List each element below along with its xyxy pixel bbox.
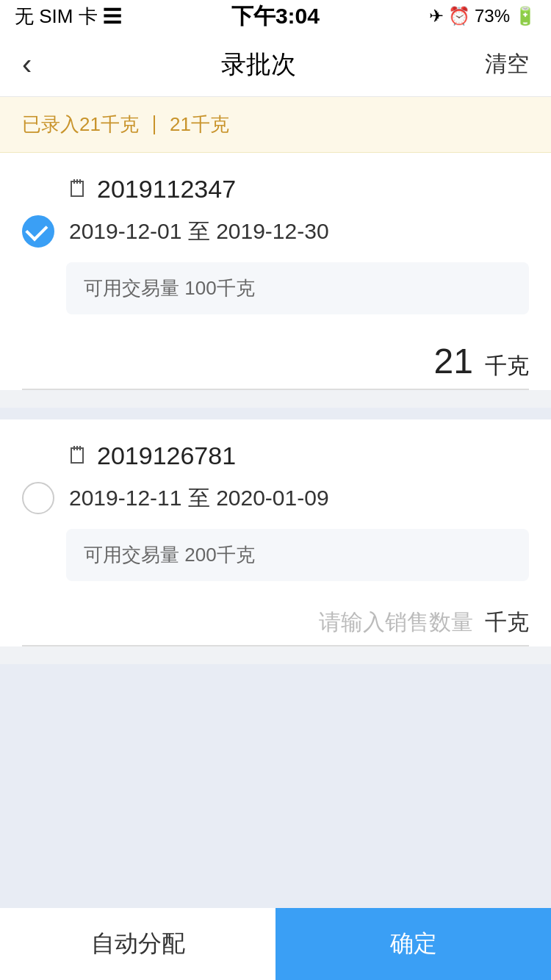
batch-2-card: 🗒 2019126781 2019-12-11 至 2020-01-09 可用交…	[0, 419, 551, 646]
batch-1-underline	[22, 389, 529, 390]
batch-2-radio[interactable]	[22, 482, 54, 514]
back-button[interactable]: ‹	[22, 48, 32, 81]
status-left: 无 SIM 卡 ☰	[15, 4, 122, 29]
batch-1-availability: 可用交易量 100千克	[66, 262, 529, 314]
battery-icon: 🔋	[514, 6, 536, 26]
location-icon: ✈	[429, 6, 444, 26]
recorded-label: 已录入21千克	[22, 112, 139, 137]
recorded-value: 21千克	[170, 112, 229, 137]
batch-2-date: 2019-12-11 至 2020-01-09	[69, 483, 329, 514]
clear-button[interactable]: 清空	[485, 49, 529, 79]
alarm-icon: ⏰	[448, 6, 470, 26]
status-time: 下午3:04	[231, 1, 320, 32]
batch-1-unit: 千克	[485, 351, 529, 381]
page-title: 录批次	[221, 48, 296, 82]
batch-2-icon: 🗒	[66, 442, 90, 469]
batch-1-number: 2019112347	[97, 175, 236, 203]
status-bar: 无 SIM 卡 ☰ 下午3:04 ✈ ⏰ 73% 🔋	[0, 0, 551, 32]
confirm-button[interactable]: 确定	[276, 908, 551, 980]
batch-1-icon: 🗒	[66, 176, 90, 203]
info-banner: 已录入21千克 21千克	[0, 97, 551, 153]
batch-1-radio[interactable]	[22, 215, 54, 248]
batch-1-date-row[interactable]: 2019-12-01 至 2019-12-30	[22, 215, 529, 248]
bottom-bar: 自动分配 确定	[0, 908, 551, 980]
batch-2-underline	[22, 645, 529, 646]
batch-1-card: 🗒 2019112347 2019-12-01 至 2019-12-30 可用交…	[0, 153, 551, 390]
batch-1-item: 🗒 2019112347 2019-12-01 至 2019-12-30 可用交…	[0, 153, 551, 314]
batch-2-unit: 千克	[485, 608, 529, 638]
batch-2-item: 🗒 2019126781 2019-12-11 至 2020-01-09 可用交…	[0, 419, 551, 581]
battery-label: 73%	[475, 6, 510, 26]
batch-2-input-row[interactable]: 请输入销售数量 千克	[0, 596, 551, 638]
status-right: ✈ ⏰ 73% 🔋	[429, 6, 536, 26]
info-divider	[154, 115, 155, 134]
card-separator-2	[0, 664, 551, 676]
card-separator-1	[0, 408, 551, 419]
batch-2-number: 2019126781	[97, 442, 236, 470]
nav-bar: ‹ 录批次 清空	[0, 32, 551, 97]
sim-label: 无 SIM 卡 ☰	[15, 4, 122, 29]
auto-distribute-button[interactable]: 自动分配	[0, 908, 276, 980]
batch-1-number-row: 🗒 2019112347	[66, 175, 529, 203]
batch-1-amount: 21	[434, 341, 473, 381]
batch-1-amount-row: 21 千克	[0, 329, 551, 381]
batch-2-number-row: 🗒 2019126781	[66, 442, 529, 470]
batch-2-date-row[interactable]: 2019-12-11 至 2020-01-09	[22, 482, 529, 514]
batch-1-date: 2019-12-01 至 2019-12-30	[69, 217, 329, 247]
batch-2-input-placeholder: 请输入销售数量	[22, 608, 473, 638]
batch-2-availability: 可用交易量 200千克	[66, 529, 529, 581]
